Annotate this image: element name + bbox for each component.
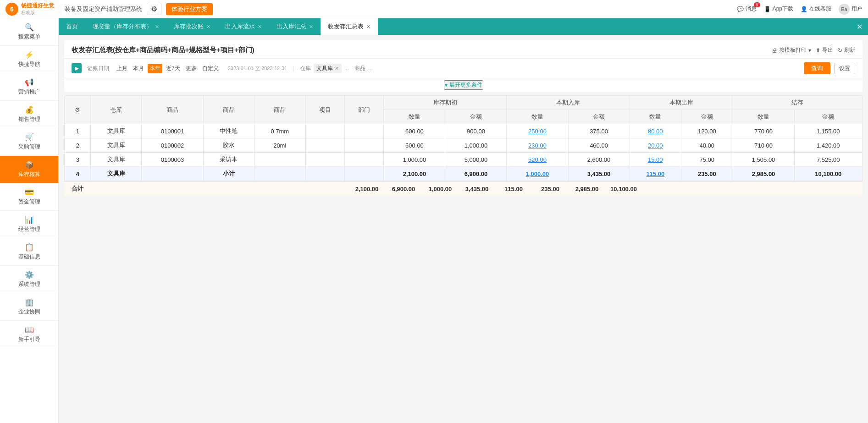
row-name: 中性笔 — [203, 124, 254, 138]
tab-recv-send-close[interactable]: ✕ — [366, 24, 370, 30]
sidebar-item-inventory[interactable]: 📦 库存核算 — [0, 156, 58, 183]
row-in-qty-link[interactable]: 230.00 — [528, 142, 547, 149]
quick-icon: ⚡ — [25, 50, 34, 59]
data-table: ⚙ 仓库 商品 商品 商品 项目 部门 库存期初 本期入库 本期出库 结存 — [64, 95, 862, 181]
tab-batch[interactable]: 库存批次账 ✕ — [166, 18, 218, 35]
row-out-qty[interactable]: 20.00 — [630, 138, 681, 153]
row-out-qty-link[interactable]: 115.00 — [646, 170, 664, 177]
logo-text: 畅捷通好生意 标准版 — [21, 2, 54, 16]
page-header-card: 收发存汇总表(按仓库+商品编码+商品+规格型号+项目+部门) 🖨 按模板打印 ▾… — [64, 40, 862, 92]
try-industry-button[interactable]: 体验行业方案 — [166, 3, 213, 15]
tab-flow-close[interactable]: ✕ — [258, 24, 262, 30]
sidebar-item-system[interactable]: ⚙️ 系统管理 — [0, 266, 58, 293]
sidebar-label-basic: 基础信息 — [18, 253, 40, 261]
th-init-amt: 金额 — [445, 110, 507, 124]
row-num: 4 — [65, 167, 91, 181]
row-out-qty[interactable]: 115.00 — [630, 167, 681, 181]
row-project — [305, 167, 344, 181]
message-item[interactable]: 💬 消息 6 — [737, 5, 757, 13]
row-in-qty-link[interactable]: 250.00 — [528, 128, 547, 135]
sidebar-item-purchase[interactable]: 🛒 采购管理 — [0, 128, 58, 156]
page-header: 收发存汇总表(按仓库+商品编码+商品+规格型号+项目+部门) 🖨 按模板打印 ▾… — [64, 40, 862, 58]
tab-flow[interactable]: 出入库流水 ✕ — [218, 18, 269, 35]
tab-inventory-dist-close[interactable]: ✕ — [155, 24, 159, 30]
th-balance: 结存 — [733, 96, 862, 110]
sidebar-item-operation[interactable]: 📊 经营管理 — [0, 211, 58, 238]
expand-more-conditions-button[interactable]: ▾ 展开更多条件 — [444, 80, 483, 90]
warehouse-filter-label: 仓库 — [300, 65, 311, 72]
tab-summary-close[interactable]: ✕ — [309, 24, 313, 30]
sidebar-label-operation: 经营管理 — [18, 225, 40, 233]
row-out-qty-link[interactable]: 15.00 — [648, 156, 663, 163]
user-item[interactable]: Ea 用户 — [839, 4, 862, 15]
date-opt-more[interactable]: 更多 — [184, 64, 199, 73]
th-init-qty: 数量 — [384, 110, 445, 124]
row-bal-amt: 10,100.00 — [794, 167, 862, 181]
tab-recv-send[interactable]: 收发存汇总表 ✕ — [321, 18, 378, 35]
date-opt-custom[interactable]: 自定义 — [200, 64, 221, 73]
sidebar-item-quick[interactable]: ⚡ 快捷导航 — [0, 46, 58, 73]
row-out-qty-link[interactable]: 80.00 — [648, 128, 663, 135]
header-left: 6 畅捷通好生意 标准版 装备及固定资产辅助管理系统 ⚙ 体验行业方案 — [6, 2, 213, 16]
table-settings-cell[interactable]: ⚙ — [65, 96, 91, 124]
row-code: 0100001 — [142, 124, 203, 138]
tab-inventory-dist[interactable]: 现货量（库存分布表） ✕ — [85, 18, 166, 35]
row-spec — [254, 167, 305, 181]
warehouse-more-button[interactable]: ... — [344, 65, 349, 71]
query-button[interactable]: 查询 — [804, 62, 830, 74]
row-in-qty[interactable]: 520.00 — [507, 153, 568, 167]
date-opt-last-month[interactable]: 上月 — [115, 64, 129, 73]
settings-gear-button[interactable]: ⚙ — [147, 3, 161, 15]
sidebar-label-search: 搜索菜单 — [18, 33, 40, 41]
row-warehouse: 文具库 — [91, 153, 142, 167]
warehouse-tag-close-button[interactable]: ✕ — [335, 66, 339, 71]
export-icon: ⬆ — [816, 47, 820, 54]
sidebar-item-newbie[interactable]: 📖 新手引导 — [0, 321, 58, 348]
date-opt-7days[interactable]: 近7天 — [164, 64, 182, 73]
tab-batch-close[interactable]: ✕ — [206, 24, 210, 30]
sidebar-label-system: 系统管理 — [18, 280, 40, 288]
print-template-button[interactable]: 🖨 按模板打印 ▾ — [772, 46, 811, 54]
row-in-qty[interactable]: 250.00 — [507, 124, 568, 138]
th-bal-amt: 金额 — [794, 110, 862, 124]
row-out-qty[interactable]: 15.00 — [630, 153, 681, 167]
tab-summary[interactable]: 出入库汇总 ✕ — [269, 18, 321, 35]
th-in-stock: 本期入库 — [507, 96, 630, 110]
row-name: 胶水 — [203, 138, 254, 153]
filter-toggle-button[interactable]: ▶ — [72, 63, 82, 73]
close-all-tabs-button[interactable]: ✕ — [851, 22, 868, 31]
th-warehouse: 仓库 — [91, 96, 142, 124]
row-out-amt: 40.00 — [681, 138, 733, 153]
sidebar-item-marketing[interactable]: 📢 营销推广 — [0, 73, 58, 101]
tab-home[interactable]: 首页 — [59, 18, 85, 35]
row-warehouse: 文具库 — [91, 124, 142, 138]
app-download-item[interactable]: 📱 App下载 — [764, 5, 793, 13]
row-out-qty[interactable]: 80.00 — [630, 124, 681, 138]
row-dept — [345, 167, 384, 181]
date-opt-this-year[interactable]: 本年 — [148, 64, 162, 73]
sidebar-item-search[interactable]: 🔍 搜索菜单 — [0, 18, 58, 46]
goods-more-button[interactable]: ... — [368, 65, 373, 71]
sidebar-item-basic[interactable]: 📋 基础信息 — [0, 238, 58, 266]
sidebar-item-enterprise[interactable]: 🏢 企业协同 — [0, 293, 58, 321]
refresh-button[interactable]: ↻ 刷新 — [838, 46, 855, 54]
print-icon: 🖨 — [772, 47, 777, 54]
online-support-item[interactable]: 👤 在线客服 — [801, 5, 831, 13]
export-button[interactable]: ⬆ 导出 — [816, 46, 833, 54]
row-out-qty-link[interactable]: 20.00 — [648, 142, 663, 149]
sidebar-label-inventory: 库存核算 — [18, 170, 40, 178]
row-dept — [345, 124, 384, 138]
row-in-qty-link[interactable]: 1,000.00 — [526, 170, 549, 177]
th-bal-qty: 数量 — [733, 110, 794, 124]
filter-settings-button[interactable]: 设置 — [834, 63, 855, 74]
row-in-qty-link[interactable]: 520.00 — [528, 156, 547, 163]
row-in-qty[interactable]: 230.00 — [507, 138, 568, 153]
sidebar-item-sales[interactable]: 💰 销售管理 — [0, 101, 58, 128]
sidebar-item-finance[interactable]: 💳 资金管理 — [0, 183, 58, 211]
row-init-qty: 500.00 — [384, 138, 445, 153]
row-in-qty[interactable]: 1,000.00 — [507, 167, 568, 181]
page-title: 收发存汇总表(按仓库+商品编码+商品+规格型号+项目+部门) — [72, 46, 254, 55]
date-opt-this-month[interactable]: 本月 — [131, 64, 146, 73]
page-actions: 🖨 按模板打印 ▾ ⬆ 导出 ↻ 刷新 — [772, 46, 855, 54]
row-bal-qty: 2,985.00 — [733, 167, 794, 181]
